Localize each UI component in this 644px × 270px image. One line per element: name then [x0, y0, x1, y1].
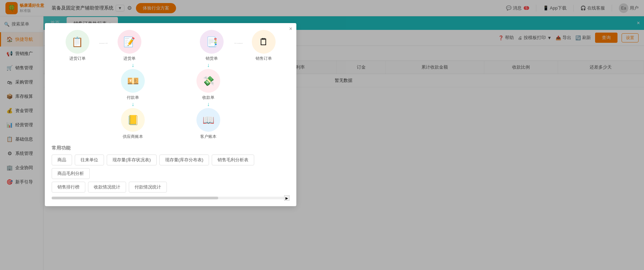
func-btn-product-profit[interactable]: 商品毛利分析	[52, 168, 90, 179]
purchase-order-label: 进货订单	[69, 56, 86, 61]
func-btn-stock-status[interactable]: 现存量(库存状况表)	[107, 155, 157, 165]
customer-account-icon: 📖	[196, 108, 220, 132]
func-btn-partner[interactable]: 往来单位	[75, 155, 104, 165]
common-funcs-section: 常用功能 商品 往来单位 现存量(库存状况表) 现存量(库存分布表) 销售毛利分…	[52, 145, 290, 193]
customer-account-label: 客户账本	[200, 134, 216, 140]
payment-slip-node[interactable]: 💴 付款单	[112, 69, 153, 101]
purchase-slip-icon: 📝	[118, 30, 141, 54]
quick-nav-modal: × 📋 进货订单 - - - -→	[45, 23, 296, 206]
sales-slip-node[interactable]: 📑 销货单	[191, 30, 232, 61]
sales-order-label: 销售订单	[256, 56, 272, 61]
purchase-slip-label: 进货单	[123, 56, 136, 61]
receipt-slip-label: 收款单	[202, 95, 214, 101]
purchase-slip-node[interactable]: 📝 进货单	[109, 30, 150, 61]
customer-account-node[interactable]: 📖 客户账本	[188, 108, 229, 140]
func-btn-payment-stat[interactable]: 付款情况统计	[129, 182, 167, 193]
flow-diagram: 📋 进货订单 - - - -→ 📝 进货单	[52, 30, 290, 140]
sales-order-icon: 🗒	[252, 30, 276, 54]
modal-close-btn[interactable]: ×	[289, 26, 292, 32]
arrow-purchase-down: ↓	[132, 62, 134, 68]
func-btn-stock-dist[interactable]: 现存量(库存分布表)	[159, 155, 209, 165]
func-buttons-row2: 销售排行榜 收款情况统计 付款情况统计	[52, 182, 290, 193]
modal-scrollbar-thumb[interactable]	[52, 197, 218, 199]
func-buttons-row1: 商品 往来单位 现存量(库存状况表) 现存量(库存分布表) 销售毛利分析表 商品…	[52, 155, 290, 179]
modal-overlay[interactable]: × 📋 进货订单 - - - -→	[0, 0, 644, 270]
sales-slip-label: 销货单	[206, 56, 218, 61]
arrow-payment-down: ↓	[132, 101, 134, 107]
supplier-account-node[interactable]: 📒 供应商账本	[112, 108, 153, 140]
purchase-order-node[interactable]: 📋 进货订单	[57, 30, 98, 61]
arrow-receipt-down: ↓	[207, 101, 210, 107]
func-btn-product[interactable]: 商品	[52, 155, 72, 165]
func-btn-receipt-stat[interactable]: 收款情况统计	[88, 182, 126, 193]
modal-scrollbar: ▶	[52, 197, 290, 199]
purchase-order-icon: 📋	[66, 30, 89, 54]
sales-order-node[interactable]: 🗒 销售订单	[243, 30, 284, 61]
func-btn-sales-profit[interactable]: 销售毛利分析表	[212, 155, 254, 165]
payment-slip-label: 付款单	[127, 95, 139, 101]
supplier-account-icon: 📒	[121, 108, 145, 132]
arrow-sales-down: ↓	[207, 62, 210, 68]
common-funcs-title: 常用功能	[52, 145, 290, 151]
func-btn-sales-rank[interactable]: 销售排行榜	[52, 182, 85, 193]
receipt-slip-node[interactable]: 💸 收款单	[188, 69, 229, 101]
sales-slip-icon: 📑	[200, 30, 224, 54]
supplier-account-label: 供应商账本	[123, 134, 143, 140]
receipt-slip-icon: 💸	[196, 69, 220, 93]
payment-slip-icon: 💴	[121, 69, 145, 93]
modal-scrollbar-right-btn[interactable]: ▶	[284, 195, 290, 201]
